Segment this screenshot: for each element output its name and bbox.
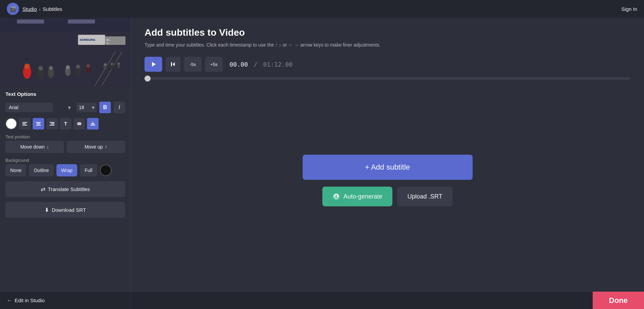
edit-in-studio-label: Edit in Studio	[15, 297, 45, 303]
auto-generate-button[interactable]: Auto-generate	[322, 187, 392, 206]
studio-link[interactable]: Studio	[22, 6, 37, 12]
header: 🎬 Studio › Subtitles Sign In	[0, 0, 644, 18]
svg-text:SAMSUNG: SAMSUNG	[80, 38, 95, 41]
font-row: Arial Helvetica Times New Roman 18 12 14…	[5, 102, 125, 113]
bg-wrap-button[interactable]: Wrap	[56, 164, 77, 176]
svg-rect-41	[50, 125, 54, 125]
download-srt-label: Download SRT	[52, 207, 86, 213]
rewind-button[interactable]	[166, 57, 181, 72]
svg-rect-34	[22, 123, 26, 124]
text-color-picker[interactable]	[5, 118, 17, 130]
header-left: 🎬 Studio › Subtitles	[7, 3, 62, 15]
translate-subtitles-label: Translate Subtitles	[48, 186, 90, 192]
page-title: Add subtitles to Video	[145, 27, 630, 38]
total-time: 01:12.00	[263, 61, 293, 68]
svg-rect-45	[90, 125, 95, 125]
svg-rect-43	[77, 123, 82, 124]
text-style-button[interactable]: T	[60, 118, 71, 130]
svg-point-26	[86, 64, 90, 68]
svg-rect-36	[36, 122, 41, 123]
bg-none-button[interactable]: None	[5, 164, 26, 176]
translate-icon: ⇄	[41, 186, 45, 192]
avatar: 🎬	[7, 3, 19, 15]
background-row: None Outline Wrap Full	[5, 164, 125, 176]
background-section: Background None Outline Wrap Full	[5, 158, 125, 176]
move-down-button[interactable]: Move down ↓	[5, 141, 64, 153]
edit-in-studio-button[interactable]: ← Edit in Studio	[0, 292, 51, 309]
svg-rect-33	[22, 122, 27, 123]
svg-rect-38	[36, 125, 41, 125]
svg-rect-35	[22, 125, 27, 125]
svg-rect-44	[78, 124, 81, 125]
video-scene: SAMSUNG Bri... Cl...	[0, 18, 131, 86]
progress-bar[interactable]	[145, 77, 630, 80]
controls-row: -5s +5s 00.00 / 01:12.00	[145, 57, 630, 72]
bottom-action-row: Auto-generate Upload .SRT	[322, 187, 453, 206]
italic-button[interactable]: I	[114, 102, 125, 113]
align-left-button[interactable]	[19, 118, 31, 130]
svg-marker-48	[152, 62, 156, 67]
svg-rect-37	[37, 123, 40, 124]
align-row: T	[5, 118, 125, 130]
svg-point-24	[76, 65, 80, 69]
svg-rect-49	[171, 62, 172, 66]
current-time: 00.00	[230, 61, 248, 68]
done-bar: Done	[131, 291, 644, 309]
svg-text:Cl...: Cl...	[106, 42, 111, 45]
background-label: Background	[5, 158, 125, 163]
move-down-icon: ↓	[47, 144, 49, 150]
font-size-select[interactable]: 18 12 14 16 20 24	[76, 103, 97, 112]
text-options-title: Text Options	[5, 91, 125, 97]
position-row: Move down ↓ Move up ↑	[5, 141, 125, 153]
breadcrumb-separator: ›	[39, 6, 41, 12]
svg-rect-3	[68, 19, 95, 23]
bg-full-button[interactable]: Full	[80, 164, 97, 176]
bg-color-picker[interactable]	[100, 165, 112, 176]
align-right-button[interactable]	[46, 118, 58, 130]
upload-srt-button[interactable]: Upload .SRT	[397, 187, 453, 206]
svg-rect-40	[51, 123, 54, 124]
auto-generate-label: Auto-generate	[343, 193, 382, 200]
content-inner: Add subtitles to Video Type and time you…	[131, 18, 644, 291]
vertical-center-button[interactable]	[73, 118, 85, 130]
svg-text:Bri...: Bri...	[106, 39, 111, 41]
play-button[interactable]	[145, 57, 162, 72]
action-center: + Add subtitle Auto-generate Upload .SRT	[145, 90, 630, 291]
download-srt-button[interactable]: ⬇ Download SRT	[5, 202, 125, 218]
svg-point-18	[38, 66, 43, 71]
bold-button[interactable]: B	[99, 102, 111, 113]
text-position-label: Text position	[5, 134, 125, 139]
font-select-wrap: Arial Helvetica Times New Roman	[5, 103, 73, 112]
sidebar-content: Text Options Arial Helvetica Times New R…	[0, 86, 131, 291]
content-area: Add subtitles to Video Type and time you…	[131, 18, 644, 309]
size-select-wrap: 18 12 14 16 20 24	[76, 103, 97, 112]
svg-rect-39	[50, 122, 54, 123]
plus5-button[interactable]: +5s	[205, 57, 223, 72]
add-subtitle-button[interactable]: + Add subtitle	[303, 155, 473, 180]
download-icon: ⬇	[45, 207, 49, 213]
time-separator: /	[254, 61, 257, 68]
breadcrumb: Studio › Subtitles	[22, 6, 62, 12]
progress-handle[interactable]	[145, 75, 151, 82]
align-center-button[interactable]	[33, 118, 44, 130]
done-button[interactable]: Done	[593, 292, 644, 309]
svg-rect-42	[78, 122, 81, 123]
svg-point-30	[111, 63, 113, 65]
font-select[interactable]: Arial Helvetica Times New Roman	[5, 103, 53, 112]
move-up-icon: ↑	[105, 144, 107, 150]
sign-in-button[interactable]: Sign In	[621, 6, 637, 12]
minus5-button[interactable]: -5s	[184, 57, 202, 72]
time-display: 00.00 / 01:12.00	[230, 61, 292, 68]
svg-rect-2	[17, 19, 44, 23]
bg-outline-button[interactable]: Outline	[29, 164, 53, 176]
back-icon: ←	[7, 297, 12, 303]
bottom-bar: ← Edit in Studio	[0, 291, 131, 309]
svg-point-15	[24, 64, 30, 69]
vertical-bottom-button[interactable]	[87, 118, 99, 130]
move-up-label: Move up	[85, 144, 103, 150]
move-up-button[interactable]: Move up ↑	[67, 141, 125, 153]
page-subtitle: Type and time your subtitles. Click each…	[145, 41, 630, 49]
svg-point-32	[118, 63, 120, 65]
translate-subtitles-button[interactable]: ⇄ Translate Subtitles	[5, 181, 125, 197]
svg-point-20	[49, 66, 53, 70]
